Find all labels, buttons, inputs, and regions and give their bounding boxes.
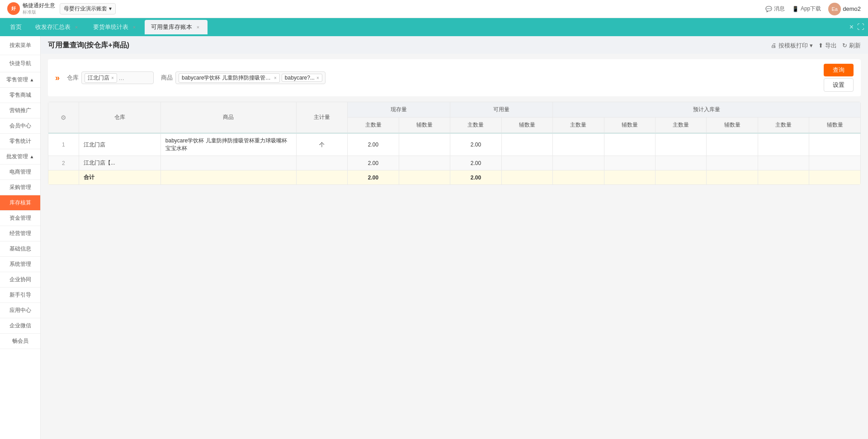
filter-section: » 仓库 江北门店 × ... 商品: [48, 59, 861, 96]
app-download-label: App下载: [801, 5, 821, 13]
sidebar-item-ecommerce[interactable]: 电商管理: [0, 165, 40, 180]
app-download-button[interactable]: 📱 App下载: [792, 5, 821, 13]
top-bar: 好 畅捷通好生意 标准版 母婴行业演示账套 ▾ 💬 消息 📱 App下载 Ea …: [0, 0, 868, 18]
cell-warehouse-1: 江北门店: [79, 134, 160, 156]
tab-order-stats[interactable]: 要货单统计表 ×: [87, 20, 144, 34]
tab-order-stats-close[interactable]: ×: [131, 24, 137, 30]
tabs-actions: × ⛶: [849, 23, 864, 31]
tab-available-inventory[interactable]: 可用量库存账本 ×: [145, 20, 208, 34]
sidebar-item-ecommerce-label: 电商管理: [9, 168, 31, 176]
cell-in-aux-2: [707, 156, 758, 170]
sidebar-item-marketing[interactable]: 营销推广: [0, 103, 40, 118]
product-tag-2[interactable]: babycare?... ×: [282, 74, 322, 82]
warehouse-label: 仓库: [67, 74, 79, 82]
sidebar-item-retail-stats[interactable]: 零售统计: [0, 134, 40, 149]
cell-avail-aux-2: [501, 156, 552, 170]
cell-product-2: [160, 156, 296, 170]
cell-in-main-2: [656, 156, 707, 170]
cell-prod-main-2: [758, 156, 809, 170]
username-label: demo2: [843, 5, 861, 12]
message-icon: 💬: [765, 6, 772, 12]
logo: 好 畅捷通好生意 标准版: [7, 2, 55, 15]
tab-available-inventory-close[interactable]: ×: [195, 24, 201, 30]
cell-unit-2: [296, 156, 347, 170]
sidebar-item-operations[interactable]: 经营管理: [0, 226, 40, 241]
sidebar-item-inventory[interactable]: 库存核算: [0, 195, 40, 211]
th-avail-main: 主数量: [450, 118, 501, 133]
th-pur-main: 主数量: [553, 118, 604, 133]
summary-row: 合计 2.00 2.00: [48, 170, 861, 185]
th-available: 可用量: [450, 102, 553, 118]
cell-stock-aux-1: [399, 134, 450, 156]
sidebar-item-wholesale[interactable]: 批发管理 ▲: [0, 149, 40, 165]
print-button[interactable]: 🖨 按模板打印 ▾: [771, 42, 813, 50]
sidebar-item-member[interactable]: 畅会员: [0, 334, 40, 349]
th-product: 商品: [160, 102, 296, 133]
sidebar-item-enterprise[interactable]: 企业协同: [0, 272, 40, 288]
cell-prod-aux-1: [809, 134, 861, 156]
product-filter: 商品 babycare学饮杯 儿童防摔防撞吸管杯重力球吸嘴杯宝宝水杯 × bab…: [161, 71, 326, 84]
warehouse-ellipsis[interactable]: ...: [119, 74, 124, 81]
avatar: Ea: [828, 3, 841, 15]
warehouse-tag-close[interactable]: ×: [111, 76, 114, 80]
tab-home[interactable]: 首页: [4, 20, 28, 34]
th-prod-aux: 辅数量: [809, 118, 861, 133]
product-tag-2-close[interactable]: ×: [316, 76, 319, 80]
cell-seq-2: 2: [48, 156, 79, 170]
filter-actions: 查询 设置: [824, 64, 854, 92]
warehouse-tag[interactable]: 江北门店 ×: [85, 73, 117, 83]
refresh-label: 刷新: [849, 42, 861, 50]
data-table: ⚙ 仓库 商品 主计量 现存量 可用量 预计入库量 主数量: [48, 102, 861, 185]
warehouse-tags-container[interactable]: 江北门店 × ...: [81, 71, 154, 84]
refresh-button[interactable]: ↻ 刷新: [842, 42, 861, 50]
export-button[interactable]: ⬆ 导出: [818, 42, 837, 50]
th-gear[interactable]: ⚙: [48, 102, 79, 133]
sidebar-item-guide[interactable]: 新手引导: [0, 288, 40, 303]
tab-home-label: 首页: [10, 23, 22, 31]
download-icon: 📱: [792, 6, 799, 12]
tabs-bar: 首页 收发存汇总表 × 要货单统计表 × 可用量库存账本 × × ⛶: [0, 18, 868, 36]
settings-button[interactable]: 设置: [824, 78, 854, 92]
sidebar-item-zero-retail[interactable]: 零售管理 ▲: [0, 72, 40, 88]
summary-stock-main: 2.00: [348, 170, 399, 185]
query-button[interactable]: 查询: [824, 64, 854, 76]
sidebar-item-system[interactable]: 系统管理: [0, 257, 40, 272]
filter-expand-button[interactable]: »: [55, 73, 60, 83]
th-unit: 主计量: [296, 102, 347, 133]
product-tag-1-close[interactable]: ×: [274, 76, 277, 80]
gear-icon[interactable]: ⚙: [61, 114, 66, 121]
export-label: 导出: [825, 42, 837, 50]
chevron-icon-wholesale: ▲: [30, 154, 34, 159]
tab-receivable[interactable]: 收发存汇总表 ×: [29, 20, 86, 34]
sidebar-item-wechat[interactable]: 企业微信: [0, 318, 40, 334]
tab-receivable-label: 收发存汇总表: [35, 23, 71, 31]
tabs-close-all-button[interactable]: ×: [849, 23, 854, 31]
sidebar-item-purchase[interactable]: 采购管理: [0, 180, 40, 195]
sidebar-item-retail-mall[interactable]: 零售商城: [0, 88, 40, 103]
tabs-expand-button[interactable]: ⛶: [857, 23, 864, 31]
sidebar-item-members[interactable]: 会员中心: [0, 118, 40, 134]
product-tags-container[interactable]: babycare学饮杯 儿童防摔防撞吸管杯重力球吸嘴杯宝宝水杯 × babyca…: [175, 71, 326, 84]
sidebar-item-app-center[interactable]: 应用中心: [0, 303, 40, 318]
sidebar-item-finance[interactable]: 资金管理: [0, 211, 40, 226]
sidebar-item-wechat-label: 企业微信: [9, 322, 31, 330]
product-tag-1[interactable]: babycare学饮杯 儿童防摔防撞吸管杯重力球吸嘴杯宝宝水杯 ×: [179, 73, 280, 83]
message-button[interactable]: 💬 消息: [765, 5, 785, 13]
th-stock-aux: 辅数量: [399, 118, 450, 133]
search-menu-button[interactable]: 搜索菜单: [4, 40, 37, 51]
cell-prod-main-1: [758, 134, 809, 156]
quick-nav-button[interactable]: 快捷导航: [0, 57, 40, 70]
table-row: 1 江北门店 babycare学饮杯 儿童防摔防撞吸管杯重力球吸嘴杯宝宝水杯 个…: [48, 134, 861, 156]
sidebar-item-basic-info[interactable]: 基础信息: [0, 241, 40, 257]
sidebar-item-app-center-label: 应用中心: [9, 307, 31, 314]
cell-seq-1: 1: [48, 134, 79, 156]
sidebar-item-finance-label: 资金管理: [9, 214, 31, 222]
sidebar-item-guide-label: 新手引导: [9, 291, 31, 299]
tab-receivable-close[interactable]: ×: [73, 24, 80, 30]
cell-in-aux-1: [707, 134, 758, 156]
top-bar-left: 好 畅捷通好生意 标准版 母婴行业演示账套 ▾: [7, 2, 116, 15]
industry-selector[interactable]: 母婴行业演示账套 ▾: [60, 3, 116, 14]
user-area[interactable]: Ea demo2: [828, 3, 861, 15]
table-section: ⚙ 仓库 商品 主计量 现存量 可用量 预计入库量 主数量: [48, 102, 861, 185]
cell-pur-main-2: [553, 156, 604, 170]
